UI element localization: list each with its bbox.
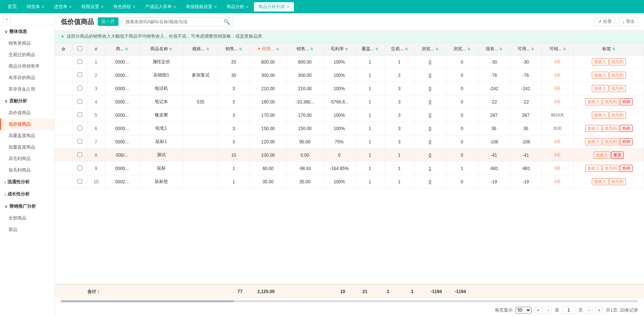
sidebar-item-high-coverage[interactable]: 高覆盖度商品 [0,130,54,142]
nav-role-auth[interactable]: 角色授权 ✕ [109,2,140,11]
row-checkbox-cell[interactable] [73,69,87,82]
col-spec[interactable]: 规格... ⇅ [183,43,218,55]
sidebar-section-overall[interactable]: ∨ 整体信息 [0,26,54,38]
row-checkbox-cell[interactable] [73,122,87,135]
share-button[interactable]: ↗ 分享 [594,17,615,26]
browse-link[interactable]: 0 [429,73,431,78]
sidebar-item-new-products[interactable]: 新品 [0,224,54,235]
search-input[interactable] [125,19,221,24]
col-trade[interactable]: 交易... ⇅ [385,43,414,55]
sidebar-item-stock-products[interactable]: 有库存的商品 [0,72,54,84]
select-all-checkbox[interactable] [77,46,82,51]
col-stock1[interactable]: 现有... ⇅ [478,43,510,55]
col-gross-rate[interactable]: 毛利率 ⇅ [323,43,355,55]
row-checkbox-cell[interactable] [73,95,87,109]
col-check[interactable] [73,43,87,55]
row-checkbox-cell[interactable] [73,55,87,69]
sidebar-item-category-sales-rate[interactable]: 商品分类销售率 [0,61,54,72]
close-icon[interactable]: ✕ [69,5,72,9]
sidebar-item-low-value[interactable]: 低价值商品 [0,119,54,130]
row-num: 7 [87,135,105,149]
page-size-select[interactable]: 50 20 100 [516,307,531,313]
close-icon[interactable]: ✕ [173,5,176,9]
row-checkbox[interactable] [77,59,82,64]
nav-product-inbound[interactable]: 产成品入库单 ✕ [141,2,181,11]
col-sale-qty[interactable]: 销售... ⇅ [218,43,249,55]
export-button[interactable]: ↓ 导出 [619,17,638,26]
nav-template-settings[interactable]: 单据模板设置 ✕ [181,2,221,11]
col-code[interactable]: 商... ⇅ [105,43,139,55]
row-checkbox[interactable] [77,139,82,144]
col-sell-days[interactable]: 可销... ⇅ [542,43,574,55]
sidebar-collapse-btn[interactable]: « [3,16,10,23]
prev-page-button[interactable]: ‹ [545,306,552,314]
col-tag[interactable]: 标签 ⇅ [574,43,644,55]
row-checkbox[interactable] [77,99,82,104]
sidebar-section-contribution[interactable]: ∨ 贡献分析 [0,95,54,107]
row-checkbox[interactable] [77,179,82,184]
nav-home[interactable]: 首页 [3,2,21,11]
browse-link[interactable]: 1 [429,166,431,171]
close-icon[interactable]: ✕ [246,5,249,9]
sidebar-section-marketing[interactable]: ∨ 营销推广分析 [0,200,54,213]
row-checkbox-cell[interactable] [73,109,87,122]
row-checkbox[interactable] [77,152,82,157]
browse-link[interactable]: 0 [429,86,431,91]
next-page-button[interactable]: › [586,306,593,314]
table-container[interactable]: ⚙ # 商... ⇅ 商品名称 ⇅ 规格... ⇅ [55,43,644,284]
page-number-input[interactable] [562,306,576,314]
col-settings[interactable]: ⚙ [55,43,73,55]
row-checkbox-cell[interactable] [73,135,87,149]
last-page-button[interactable]: » [596,306,603,314]
first-page-button[interactable]: « [534,306,542,314]
row-checkbox[interactable] [77,72,82,77]
close-icon[interactable]: ✕ [214,5,217,9]
sidebar-section-circulation[interactable]: › 流通性分析 [0,176,54,188]
search-icon[interactable]: 🔍 [224,19,230,25]
row-gross-rate: 100% [323,122,355,135]
sidebar-section-growth[interactable]: › 成长性分析 [0,188,54,200]
row-checkbox-cell[interactable] [73,149,87,162]
close-icon[interactable]: ✕ [133,5,135,9]
row-checkbox-cell[interactable] [73,162,87,175]
close-icon[interactable]: ✕ [41,5,44,9]
sidebar-item-all-products[interactable]: 全部商品 [0,213,54,224]
close-icon[interactable]: ✕ [286,5,289,9]
browse-link[interactable]: 0 [429,153,431,158]
browse-link[interactable]: 0 [429,60,431,65]
sidebar-item-high-gross[interactable]: 高毛利商品 [0,153,54,164]
nav-purchase-order[interactable]: 进货单 ✕ [50,2,76,11]
row-checkbox[interactable] [77,86,82,91]
row-checkbox-cell[interactable] [73,175,87,188]
row-checkbox[interactable] [77,112,82,117]
col-sale-avg[interactable]: 销售... ⇅ [286,43,323,55]
browse-link[interactable]: 0 [429,126,431,131]
row-checkbox[interactable] [77,166,82,170]
col-coverage[interactable]: 覆盖... ⇅ [355,43,385,55]
nav-sales-order[interactable]: 销货单 ✕ [22,2,49,11]
row-checkbox[interactable] [77,126,82,130]
browse-link[interactable]: 0 [429,99,431,105]
scrollbar-thumb[interactable] [61,300,234,302]
sidebar-item-low-coverage[interactable]: 低覆盖度商品 [0,142,54,153]
col-stock2[interactable]: 可用... ⇅ [510,43,541,55]
sidebar-item-low-gross[interactable]: 低毛利商品 [0,164,54,176]
sidebar-item-sales-products[interactable]: 销售类商品 [0,38,54,49]
nav-permissions[interactable]: 权限设置 ✕ [77,2,108,11]
browse-link[interactable]: 0 [429,139,431,145]
sidebar-item-high-value[interactable]: 高价值商品 [0,107,54,119]
time-filter-button[interactable]: 近一月 [98,17,118,26]
horizontal-scrollbar[interactable] [61,300,638,302]
nav-product-analysis-list[interactable]: 商品分析列表 ✕ [254,2,294,11]
sidebar-item-traded-products[interactable]: 交易过的商品 [0,49,54,61]
close-icon[interactable]: ✕ [101,5,104,9]
col-name[interactable]: 商品名称 ⇅ [139,43,183,55]
row-checkbox-cell[interactable] [73,82,87,95]
col-sale-amt[interactable]: ✦ 销售... ⇅ [249,43,286,55]
nav-product-analysis[interactable]: 商品分析 ✕ [222,2,253,11]
col-browse1[interactable]: 浏览... ⇅ [414,43,446,55]
browse-link[interactable]: 0 [429,179,431,184]
col-browse2[interactable]: 浏览... ⇅ [446,43,478,55]
sidebar-item-stock-capital[interactable]: 库存资金占用 [0,84,54,95]
browse-link[interactable]: 0 [429,113,431,118]
